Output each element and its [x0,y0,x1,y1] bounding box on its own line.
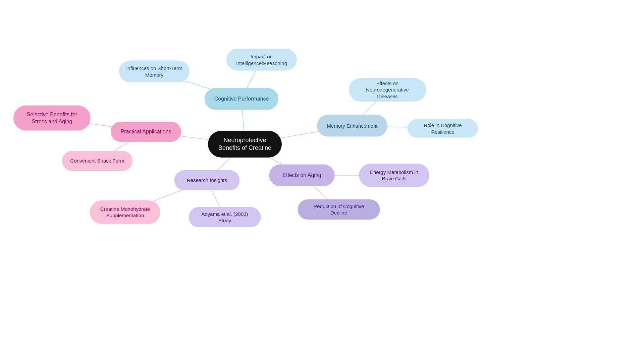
node-aoyama-study[interactable]: Aoyama et al. (2003) Study [189,207,261,227]
node-cognitive-decline[interactable]: Reduction of Cognitive Decline [298,199,380,220]
node-effects-aging[interactable]: Effects on Aging [269,165,335,186]
node-selective-benefits[interactable]: Selective Benefits for Stress and Aging [13,106,91,131]
node-impact-intelligence[interactable]: Impact on Intelligence/Reasoning [226,49,297,71]
node-convenient-snack[interactable]: Convenient Snack Form [62,151,132,171]
node-cognitive-resilience[interactable]: Role in Cognitive Resilience [408,119,478,138]
node-neurodegenerative[interactable]: Effects on Neurodegenerative Diseases [349,78,426,102]
node-cognitive-performance[interactable]: Cognitive Performance [205,88,278,110]
mindmap-container: Neuroprotective Benefits of CreatineCogn… [0,0,644,363]
node-creatine-supplementation[interactable]: Creatine Monohydrate Supplementation [90,200,160,224]
node-central[interactable]: Neuroprotective Benefits of Creatine [208,131,282,158]
node-short-term-memory[interactable]: Influences on Short-Term Memory [119,61,190,82]
node-practical-applications[interactable]: Practical Applications [111,122,181,142]
node-memory-enhancement[interactable]: Memory Enhancement [317,115,387,137]
node-energy-metabolism[interactable]: Energy Metabolism in Brain Cells [359,164,429,187]
node-research-insights[interactable]: Research Insights [174,170,240,190]
